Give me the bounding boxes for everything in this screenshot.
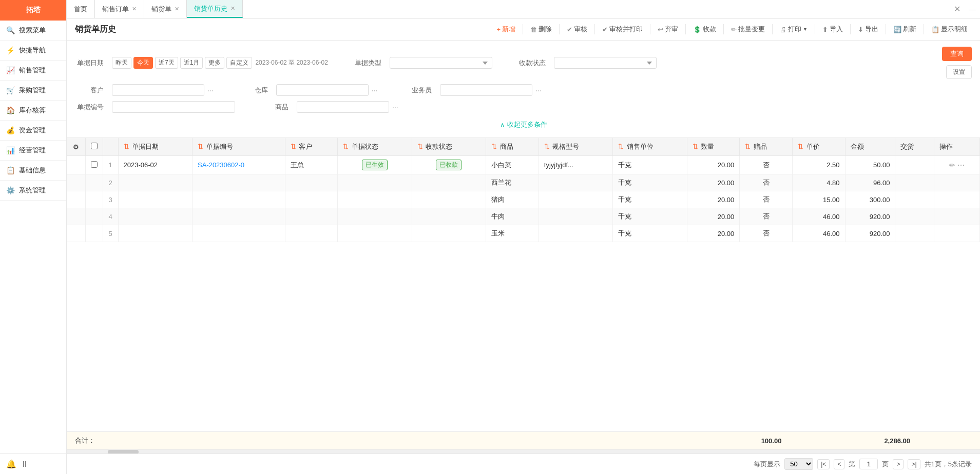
- collect-button[interactable]: 💲 收款: [689, 23, 720, 36]
- print-button[interactable]: 🖨 打印 ▼: [776, 23, 812, 36]
- page-label-2: 页: [882, 460, 889, 469]
- per-page-select[interactable]: 20 50 100 200: [784, 458, 813, 470]
- row-trade-cell: [895, 156, 934, 174]
- goods-column-header[interactable]: ⇅ 商品: [486, 138, 539, 156]
- goods-input[interactable]: [297, 101, 389, 113]
- customer-input[interactable]: [112, 84, 204, 96]
- date-btn-7days[interactable]: 近7天: [155, 57, 178, 69]
- customer-column-header[interactable]: ⇅ 客户: [285, 138, 338, 156]
- gear-column-header[interactable]: ⚙: [67, 138, 85, 156]
- tab-sales-order-close[interactable]: ✕: [132, 6, 137, 12]
- date-btn-yesterday[interactable]: 昨天: [112, 57, 131, 69]
- row-unit-cell: 千克: [613, 156, 687, 174]
- audit-button[interactable]: ✔ 审核: [563, 23, 591, 36]
- divider-2: [559, 24, 560, 34]
- page-first-button[interactable]: |<: [817, 459, 830, 469]
- sidebar-item-fund-mgmt[interactable]: 💰 资金管理: [0, 121, 66, 141]
- window-close-btn[interactable]: ✕: [950, 0, 965, 18]
- date-btn-more[interactable]: 更多: [205, 57, 224, 69]
- date-btn-today[interactable]: 今天: [133, 57, 153, 69]
- spec-column-header[interactable]: ⇅ 规格型号: [539, 138, 612, 156]
- row-gift-cell: 否: [740, 208, 793, 225]
- abandon-button[interactable]: ↩ 弃审: [654, 23, 682, 36]
- sidebar-item-sales-mgmt[interactable]: 📈 销售管理: [0, 61, 66, 81]
- window-minimize-btn[interactable]: —: [965, 0, 980, 18]
- export-button[interactable]: ⬇ 导出: [854, 23, 882, 36]
- warehouse-input[interactable]: [276, 84, 369, 96]
- notification-icon[interactable]: 🔔: [6, 459, 16, 469]
- row-checkbox[interactable]: [91, 161, 98, 168]
- sidebar: 拓塔 🔍 搜索菜单 ⚡ 快捷导航 📈 销售管理 🛒 采购管理 🏠 库存核算 💰 …: [0, 0, 67, 474]
- row-doc-date-cell: [118, 225, 192, 242]
- staff-input[interactable]: [440, 84, 532, 96]
- sys-mgmt-icon: ⚙️: [6, 186, 15, 194]
- tab-sales-history-close[interactable]: ✕: [230, 5, 235, 12]
- doc-type-select[interactable]: [390, 57, 492, 69]
- sidebar-item-search-menu[interactable]: 🔍 搜索菜单: [0, 21, 66, 41]
- page-prev-button[interactable]: <: [834, 459, 844, 469]
- table-footer: 合计： 100.00 2,286.00: [67, 431, 980, 449]
- page-last-button[interactable]: >|: [908, 459, 920, 469]
- row-gift-cell: 否: [740, 191, 793, 208]
- audit-print-button[interactable]: ✔ 审核并打印: [598, 23, 647, 36]
- doc-status-sort-icon: ⇅: [343, 143, 349, 150]
- table-container[interactable]: ⚙ ⇅ 单据日期 ⇅ 单据编号 ⇅ 客户: [67, 138, 980, 431]
- search-menu-icon: 🔍: [6, 26, 15, 34]
- pause-icon[interactable]: ⏸: [21, 460, 29, 469]
- tab-sales-goods[interactable]: 销货单 ✕: [144, 0, 187, 18]
- doc-date-column-header[interactable]: ⇅ 单据日期: [118, 138, 192, 156]
- collect-status-column-header[interactable]: ⇅ 收款状态: [412, 138, 486, 156]
- sidebar-item-purchase-mgmt[interactable]: 🛒 采购管理: [0, 81, 66, 101]
- show-detail-button[interactable]: 📋 显示明细: [927, 23, 972, 36]
- tab-sales-order[interactable]: 销售订单 ✕: [95, 0, 144, 18]
- goods-dots[interactable]: ···: [391, 103, 399, 111]
- date-btn-custom[interactable]: 自定义: [226, 57, 252, 69]
- tab-sales-goods-close[interactable]: ✕: [175, 6, 179, 12]
- price-column-header[interactable]: ⇅ 单价: [792, 138, 845, 156]
- gift-column-header[interactable]: ⇅ 赠品: [740, 138, 793, 156]
- refresh-button[interactable]: 🔄 刷新: [889, 23, 920, 36]
- row-collect-status-cell: [412, 174, 486, 191]
- tab-home[interactable]: 首页: [67, 0, 95, 18]
- unit-column-header[interactable]: ⇅ 销售单位: [613, 138, 687, 156]
- doc-no-input[interactable]: [112, 101, 235, 113]
- page-input[interactable]: 1: [859, 459, 878, 469]
- settings-button[interactable]: 设置: [946, 65, 972, 79]
- edit-action-icon[interactable]: ✏: [949, 161, 955, 169]
- sidebar-item-quick-nav[interactable]: ⚡ 快捷导航: [0, 41, 66, 61]
- collapse-button[interactable]: ∧ 收起更多条件: [500, 118, 547, 131]
- batch-change-button[interactable]: ✏ 批量变更: [727, 23, 769, 36]
- query-settings-area: 查询 设置: [942, 47, 972, 79]
- collect-status-select[interactable]: [554, 57, 657, 69]
- row-amount-cell: 50.00: [845, 156, 895, 174]
- doc-no-link[interactable]: SA-20230602-0: [198, 161, 244, 169]
- amount-column-header[interactable]: 金额: [845, 138, 895, 156]
- sidebar-item-sys-mgmt[interactable]: ⚙️ 系统管理: [0, 181, 66, 201]
- tab-sales-history[interactable]: 销货单历史 ✕: [187, 0, 243, 18]
- row-trade-cell: [895, 208, 934, 225]
- page-next-button[interactable]: >: [893, 459, 904, 469]
- row-num-cell: 5: [103, 225, 118, 242]
- query-button[interactable]: 查询: [942, 47, 972, 61]
- doc-no-column-header[interactable]: ⇅ 单据编号: [192, 138, 285, 156]
- customer-dots[interactable]: ···: [206, 86, 215, 94]
- row-gear-cell: [67, 156, 85, 174]
- tab-sales-goods-label: 销货单: [151, 5, 171, 14]
- staff-dots[interactable]: ···: [534, 86, 543, 94]
- row-checkbox-cell: [85, 174, 103, 191]
- import-button[interactable]: ⬆ 导入: [818, 23, 847, 36]
- price-sort-icon: ⇅: [798, 143, 803, 150]
- doc-status-column-header[interactable]: ⇅ 单据状态: [338, 138, 412, 156]
- qty-column-header[interactable]: ⇅ 数量: [687, 138, 740, 156]
- date-btn-1month[interactable]: 近1月: [180, 57, 203, 69]
- sidebar-item-ops-mgmt[interactable]: 📊 经营管理: [0, 141, 66, 161]
- sidebar-item-stock-calc[interactable]: 🏠 库存核算: [0, 101, 66, 121]
- delete-button[interactable]: 🗑 删除: [526, 23, 556, 36]
- warehouse-dots[interactable]: ···: [371, 86, 379, 94]
- sidebar-item-basic-info[interactable]: 📋 基础信息: [0, 161, 66, 181]
- new-button[interactable]: + 新增: [492, 23, 520, 36]
- trade-column-header[interactable]: 交货: [895, 138, 934, 156]
- horizontal-scrollbar[interactable]: [67, 449, 980, 453]
- more-action-icon[interactable]: ⋯: [957, 161, 965, 169]
- select-all-checkbox[interactable]: [91, 143, 98, 149]
